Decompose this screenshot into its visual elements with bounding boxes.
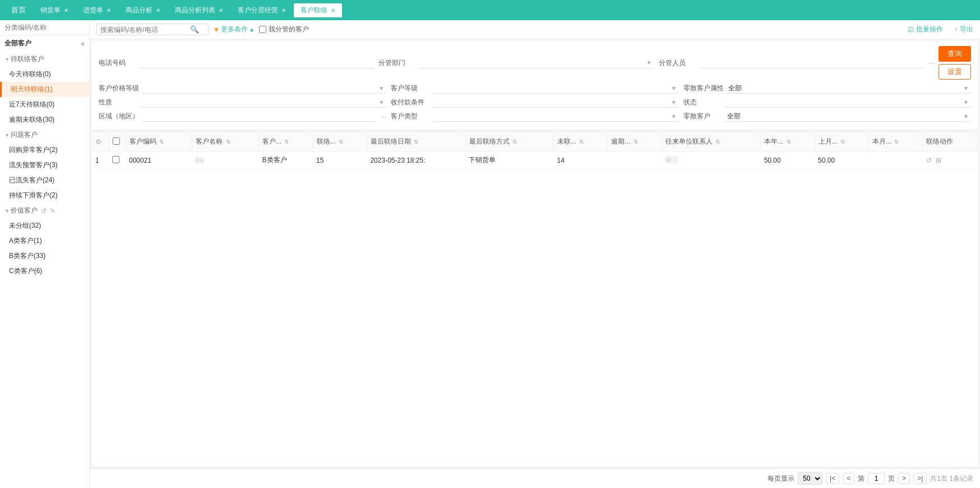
td-overdue bbox=[608, 151, 662, 169]
pending-contact-group[interactable]: ▼ 待联络客户 bbox=[0, 52, 89, 67]
filter-row-4: 区域（地区） ··· 客户类型 ▼ 零散客户 全部 bbox=[99, 111, 971, 122]
triangle-icon: ▼ bbox=[4, 57, 10, 62]
ungrouped-item[interactable]: 未分组(32) bbox=[0, 218, 89, 233]
main-search-input[interactable] bbox=[100, 26, 190, 34]
td-row-actions: ↺ ⊞ bbox=[923, 151, 978, 169]
close-tab-0[interactable]: ✕ bbox=[64, 7, 68, 13]
th-overdue[interactable]: 逾期... ⇅ bbox=[608, 132, 662, 151]
th-this-year[interactable]: 本年... ⇅ bbox=[761, 132, 815, 151]
sort-icon-3: ⇅ bbox=[339, 139, 343, 145]
problem-customers-group[interactable]: ▼ 问题客户 bbox=[0, 127, 89, 142]
price-level-select[interactable] bbox=[141, 83, 386, 93]
already-lost-item[interactable]: 已流失客户(24) bbox=[0, 173, 89, 188]
main-layout: 🔍 全部客户 « ▼ 待联络客户 今天待联络(0) 明天待联络(1) 近7天待联… bbox=[0, 20, 980, 488]
phone-input[interactable] bbox=[140, 58, 374, 68]
value-customers-group[interactable]: ▼ 价值客户 ↺ ✎ bbox=[0, 203, 89, 218]
nav-tab-0[interactable]: 销货单 ✕ bbox=[34, 3, 75, 17]
th-this-month[interactable]: 本月... ⇅ bbox=[869, 132, 923, 151]
th-uncontacted[interactable]: 未联... ⇅ bbox=[553, 132, 607, 151]
close-tab-5[interactable]: ✕ bbox=[331, 7, 335, 13]
first-page-btn[interactable]: |< bbox=[826, 473, 839, 484]
last-page-btn[interactable]: >| bbox=[913, 473, 927, 484]
c-class-item[interactable]: C类客户(6) bbox=[0, 264, 89, 279]
th-contact-count[interactable]: 联络... ⇅ bbox=[313, 132, 367, 151]
row-action-icon-1[interactable]: ↺ bbox=[926, 156, 932, 164]
nav-tab-4[interactable]: 客户分层经营 ✕ bbox=[231, 3, 293, 17]
page-size-select[interactable]: 50 bbox=[798, 472, 822, 485]
total-info: 共1页 1条记录 bbox=[930, 474, 973, 484]
a-class-item[interactable]: A类客户(1) bbox=[0, 233, 89, 248]
customer-type-select[interactable] bbox=[432, 111, 678, 121]
manager-ellipsis[interactable]: ··· bbox=[928, 59, 934, 67]
customer-level-select[interactable] bbox=[432, 83, 678, 93]
status-select[interactable] bbox=[725, 97, 971, 107]
filter-row-1: 电话号码 分管部门 ▼ 分管人员 ··· 查询 设置 bbox=[99, 46, 971, 80]
near7-contact-item[interactable]: 近7天待联络(0) bbox=[0, 97, 89, 112]
today-contact-item[interactable]: 今天待联络(0) bbox=[0, 67, 89, 82]
payment-select[interactable] bbox=[432, 97, 678, 107]
main-search-icon[interactable]: 🔍 bbox=[190, 25, 199, 34]
nav-home[interactable]: 首页 bbox=[4, 3, 33, 17]
triangle-icon-2: ▼ bbox=[4, 132, 10, 138]
tomorrow-contact-item[interactable]: 明天待联络(1) bbox=[0, 82, 89, 97]
loss-risk-item[interactable]: 流失预警客户(3) bbox=[0, 158, 89, 173]
manager-input[interactable] bbox=[700, 58, 924, 68]
close-tab-3[interactable]: ✕ bbox=[219, 7, 223, 13]
sort-icon-11: ⇅ bbox=[894, 139, 899, 145]
continuous-down-item[interactable]: 持续下滑客户(2) bbox=[0, 188, 89, 203]
all-customers-header[interactable]: 全部客户 « bbox=[0, 35, 89, 52]
dept-filter: 分管部门 ▼ bbox=[378, 58, 654, 68]
th-last-contact-method[interactable]: 最后联络方式 ⇅ bbox=[465, 132, 553, 151]
overdue-contact-item[interactable]: 逾期未联络(30) bbox=[0, 112, 89, 127]
batch-ops-btn[interactable]: ☑ 批量操作 bbox=[908, 25, 943, 34]
close-tab-4[interactable]: ✕ bbox=[281, 7, 286, 13]
area-input[interactable] bbox=[141, 111, 376, 122]
retail-select[interactable]: 全部 bbox=[725, 111, 971, 121]
phone-filter: 电话号码 bbox=[99, 58, 374, 68]
nav-tab-2[interactable]: 商品分析 ✕ bbox=[119, 3, 167, 17]
close-tab-2[interactable]: ✕ bbox=[156, 7, 160, 13]
retail-attr-select[interactable]: 全部 bbox=[726, 83, 971, 93]
prev-page-btn[interactable]: < bbox=[843, 473, 854, 484]
gear-icon[interactable]: ⚙ bbox=[95, 138, 101, 146]
th-last-contact-date[interactable]: 最后联络日期 ⇅ bbox=[367, 132, 465, 151]
nav-tab-5[interactable]: 客户联络 ✕ bbox=[294, 3, 342, 17]
triangle-icon-3: ▼ bbox=[4, 208, 10, 214]
nav-tab-1[interactable]: 进货单 ✕ bbox=[76, 3, 118, 17]
select-all-checkbox[interactable] bbox=[113, 137, 120, 145]
setting-button[interactable]: 设置 bbox=[939, 64, 971, 80]
manager-filter: 分管人员 ··· bbox=[659, 58, 934, 68]
query-button[interactable]: 查询 bbox=[939, 46, 971, 62]
close-tab-1[interactable]: ✕ bbox=[107, 7, 111, 13]
area-ellipsis[interactable]: ··· bbox=[381, 113, 386, 121]
last-method-link[interactable]: 下销货单 bbox=[469, 156, 496, 164]
repeat-abnormal-item[interactable]: 回购异常客户(2) bbox=[0, 142, 89, 158]
sidebar-search-input[interactable] bbox=[4, 24, 89, 31]
nav-tab-3[interactable]: 商品分析列表 ✕ bbox=[168, 3, 230, 17]
row-checkbox[interactable] bbox=[112, 156, 119, 163]
edit-icon[interactable]: ✎ bbox=[50, 207, 56, 215]
my-customers-checkbox[interactable] bbox=[259, 26, 266, 33]
th-customer-name[interactable]: 客户名称 ⇅ bbox=[192, 132, 259, 151]
my-customers-checkbox-wrap[interactable]: 我分管的客户 bbox=[259, 25, 309, 34]
status-label: 状态 bbox=[683, 98, 723, 107]
more-conditions-btn[interactable]: ▼ 更多条件 ▲ bbox=[213, 25, 255, 34]
customer-level-label: 客户等级 bbox=[391, 84, 430, 93]
th-customer-code[interactable]: 客户编码 ⇅ bbox=[126, 132, 192, 151]
b-class-item[interactable]: B类客户(33) bbox=[0, 248, 89, 264]
th-customer-type[interactable]: 客户... ⇅ bbox=[259, 132, 313, 151]
next-page-btn[interactable]: > bbox=[898, 473, 910, 484]
dept-select[interactable] bbox=[420, 58, 654, 68]
th-contact-person[interactable]: 往来单位联系人 ⇅ bbox=[662, 132, 760, 151]
dept-label: 分管部门 bbox=[378, 58, 418, 68]
refresh-icon[interactable]: ↺ bbox=[41, 207, 47, 215]
th-last-month[interactable]: 上月... ⇅ bbox=[815, 132, 868, 151]
gender-select[interactable] bbox=[140, 97, 386, 107]
customer-name-blurred: Ea bbox=[196, 156, 204, 164]
status-filter: 状态 ▼ bbox=[683, 97, 971, 108]
export-btn[interactable]: ↑ 导出 bbox=[954, 25, 973, 34]
row-action-icon-2[interactable]: ⊞ bbox=[936, 156, 941, 164]
page-number-input[interactable] bbox=[868, 473, 885, 484]
customer-level-filter: 客户等级 ▼ bbox=[391, 83, 678, 94]
main-content: 🔍 ▼ 更多条件 ▲ 我分管的客户 ☑ 批量操作 ↑ 导出 bbox=[90, 20, 980, 488]
